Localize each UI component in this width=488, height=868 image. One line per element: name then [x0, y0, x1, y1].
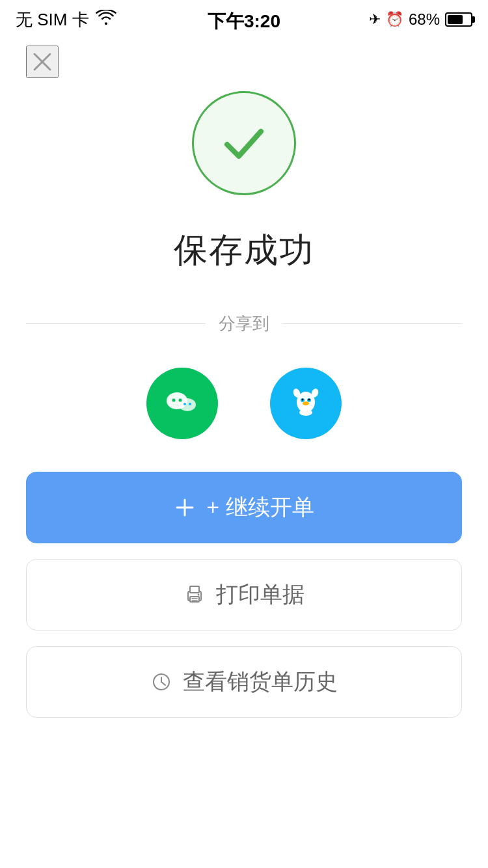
history-button[interactable]: 查看销货单历史 [26, 646, 462, 718]
continue-label: + 继续开单 [206, 493, 314, 522]
actions-section: + 继续开单 打印单据 查看销货单历史 [0, 472, 488, 718]
wechat-icon [163, 384, 202, 423]
share-section: 分享到 [0, 312, 488, 439]
main-content: 保存成功 分享到 [0, 39, 488, 718]
battery-percent: 68% [409, 10, 440, 29]
svg-point-4 [172, 399, 176, 402]
print-button[interactable]: 打印单据 [26, 559, 462, 631]
svg-point-13 [308, 399, 310, 401]
status-time: 下午3:20 [208, 9, 280, 34]
svg-rect-20 [190, 586, 199, 593]
history-label: 查看销货单历史 [183, 667, 338, 697]
success-icon-circle [192, 91, 296, 195]
share-icons-row [26, 368, 462, 439]
share-wechat-button[interactable] [146, 368, 218, 439]
print-icon [183, 584, 206, 606]
share-label: 分享到 [206, 312, 282, 335]
svg-point-12 [302, 399, 304, 401]
svg-point-6 [183, 403, 186, 405]
status-left: 无 SIM 卡 [16, 8, 116, 31]
qq-icon [286, 384, 325, 423]
success-title: 保存成功 [174, 228, 314, 273]
wifi-icon [96, 10, 116, 30]
svg-point-7 [189, 403, 191, 405]
svg-point-14 [303, 401, 309, 405]
history-icon [150, 671, 172, 693]
battery-icon [445, 12, 472, 27]
svg-point-5 [179, 399, 182, 402]
continue-button[interactable]: + 继续开单 [26, 472, 462, 543]
alarm-icon: ⏰ [386, 11, 403, 28]
svg-point-24 [198, 594, 200, 596]
checkmark-icon [218, 117, 270, 169]
svg-line-27 [161, 682, 165, 685]
svg-point-9 [299, 409, 312, 416]
svg-rect-21 [190, 597, 199, 602]
share-divider: 分享到 [26, 312, 462, 335]
status-right: ✈ ⏰ 68% [369, 10, 472, 29]
location-icon: ✈ [369, 11, 381, 28]
plus-icon [174, 496, 196, 519]
print-label: 打印单据 [216, 580, 305, 610]
share-qq-button[interactable] [270, 368, 342, 439]
carrier-text: 无 SIM 卡 [16, 8, 89, 31]
status-bar: 无 SIM 卡 下午3:20 ✈ ⏰ 68% [0, 0, 488, 39]
close-button[interactable] [26, 46, 59, 78]
